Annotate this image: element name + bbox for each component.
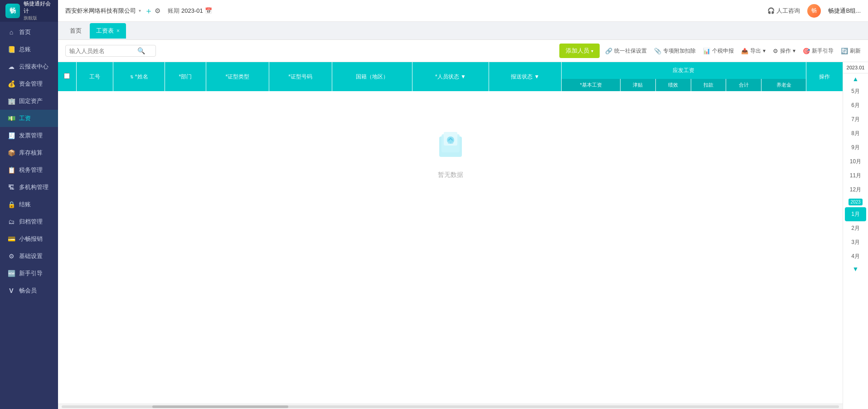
sidebar-item-member[interactable]: V 畅会员	[0, 282, 58, 299]
month-item-11[interactable]: 11月	[843, 169, 868, 183]
main-content: 西安虾米网络科技有限公司 ▾ ＋ ⚙ 账期 2023-01 📅 🎧 人工咨询 畅…	[58, 0, 868, 409]
filter-icon2[interactable]: ▼	[534, 73, 539, 80]
th-emp-no: 工号	[76, 62, 113, 91]
sidebar-item-salary[interactable]: 💵 工资	[0, 110, 58, 127]
guide-toolbar-label: 新手引导	[812, 47, 834, 55]
tab-close-icon[interactable]: ×	[116, 28, 120, 34]
search-input[interactable]	[69, 48, 137, 54]
sidebar-item-ledger[interactable]: 📒 总账	[0, 41, 58, 58]
tab-home[interactable]: 首页	[63, 23, 88, 39]
month-item-10[interactable]: 10月	[843, 155, 868, 169]
sidebar-item-expense[interactable]: 💳 小畅报销	[0, 230, 58, 248]
company-settings-button[interactable]: ⚙	[155, 7, 160, 15]
headset-icon: 🎧	[767, 7, 775, 14]
sidebar-item-assets[interactable]: 🏢 固定资产	[0, 93, 58, 110]
month-item-9[interactable]: 9月	[843, 141, 868, 155]
sidebar-item-archive[interactable]: 🗂 归档管理	[0, 213, 58, 230]
tax-report-button[interactable]: 📊 个税申报	[703, 47, 734, 55]
checkbox-col-header	[58, 62, 76, 91]
th-salary-group: 应发工资	[562, 62, 806, 79]
sidebar-item-guide[interactable]: 🆕 新手引导	[0, 265, 58, 282]
company-dropdown-icon: ▾	[139, 8, 141, 13]
user-name[interactable]: 畅捷通B组...	[828, 7, 861, 15]
topbar: 西安虾米网络科技有限公司 ▾ ＋ ⚙ 账期 2023-01 📅 🎧 人工咨询 畅…	[58, 0, 868, 22]
sidebar-item-home[interactable]: ⌂ 首页	[0, 24, 58, 41]
filter-icon[interactable]: ▼	[461, 73, 466, 80]
operate-icon: ⚙	[773, 48, 778, 54]
month-item-4[interactable]: 4月	[843, 249, 868, 263]
th-deduct: 扣款	[691, 79, 726, 91]
salary-table: 工号 ⇅ *姓名 *部门 *证型类型 *证型号码 国籍（地区） *人员状态 ▼	[58, 62, 843, 215]
sidebar-item-close[interactable]: 🔒 结账	[0, 196, 58, 213]
empty-state: 暂无数据	[58, 91, 843, 215]
company-name: 西安虾米网络科技有限公司	[65, 7, 136, 15]
user-avatar[interactable]: 畅	[807, 4, 821, 18]
guide-toolbar-button[interactable]: 🎯 新手引导	[803, 47, 834, 55]
sidebar-item-settings[interactable]: ⚙ 基础设置	[0, 248, 58, 265]
month-item-2[interactable]: 2月	[843, 221, 868, 235]
expense-icon: 💳	[7, 235, 15, 243]
month-item-3[interactable]: 3月	[843, 235, 868, 249]
operate-button[interactable]: ⚙ 操作 ▾	[773, 47, 795, 55]
refresh-icon: 🔄	[841, 48, 848, 54]
sidebar-item-multi-org[interactable]: 🏗 多机构管理	[0, 179, 58, 196]
salary-icon: 💵	[7, 114, 15, 122]
help-button[interactable]: 🎧 人工咨询	[767, 7, 800, 15]
special-deduct-label: 专项附加扣除	[663, 47, 696, 55]
archive-icon: 🗂	[7, 218, 15, 226]
cloud-icon: ☁	[7, 63, 15, 71]
tab-salary-table[interactable]: 工资表 ×	[90, 23, 126, 39]
th-allowance: 津贴	[621, 79, 656, 91]
add-company-button[interactable]: ＋	[145, 5, 153, 16]
sidebar-item-label: 总账	[19, 45, 31, 54]
social-security-icon: 🔗	[605, 48, 612, 54]
month-item-6[interactable]: 6月	[843, 98, 868, 112]
sidebar-item-label: 小畅报销	[19, 235, 43, 243]
social-security-button[interactable]: 🔗 统一社保设置	[605, 47, 647, 55]
month-item-8[interactable]: 8月	[843, 127, 868, 141]
sidebar-item-label: 新手引导	[19, 269, 43, 278]
month-item-1[interactable]: 1月	[845, 207, 866, 221]
company-selector[interactable]: 西安虾米网络科技有限公司 ▾	[65, 7, 141, 15]
tabbar: 首页 工资表 ×	[58, 22, 868, 40]
logo: 畅 畅捷通好会计 旗舰版	[0, 0, 58, 22]
add-person-chevron-icon: ▾	[591, 49, 593, 54]
empty-icon	[432, 127, 469, 164]
export-label: 导出	[750, 47, 761, 55]
sidebar-item-invoice[interactable]: 🧾 发票管理	[0, 127, 58, 144]
sort-icon: ⇅	[130, 75, 134, 79]
toolbar: 🔍 添加人员 ▾ 🔗 统一社保设置 📎 专项附加扣除 📊 个税申报 📤 导出 ▾	[58, 40, 868, 62]
calendar-icon[interactable]: 📅	[205, 7, 212, 14]
sidebar-item-tax[interactable]: 📋 税务管理	[0, 161, 58, 179]
sidebar-item-label: 多机构管理	[19, 183, 48, 191]
sidebar-nav: ⌂ 首页 📒 总账 ☁ 云报表中心 💰 资金管理 🏢 固定资产 💵 工资 🧾 发…	[0, 22, 58, 409]
multi-org-icon: 🏗	[7, 183, 15, 191]
settings-icon: ⚙	[7, 252, 15, 260]
special-deduct-icon: 📎	[654, 48, 661, 54]
th-pension: 养老金	[761, 79, 806, 91]
export-chevron-icon: ▾	[763, 48, 766, 54]
sidebar-item-inventory[interactable]: 📦 库存核算	[0, 144, 58, 161]
month-panel-up-arrow[interactable]: ▲	[843, 73, 868, 84]
sidebar-item-label: 税务管理	[19, 166, 43, 174]
year-badge: 2023	[849, 199, 862, 205]
export-button[interactable]: 📤 导出 ▾	[741, 47, 766, 55]
month-item-7[interactable]: 7月	[843, 112, 868, 127]
month-panel-down-arrow[interactable]: ▼	[843, 263, 868, 274]
th-id-no: *证型号码	[269, 62, 332, 91]
refresh-button[interactable]: 🔄 刷新	[841, 47, 861, 55]
select-all-checkbox[interactable]	[64, 73, 70, 79]
add-person-button[interactable]: 添加人员 ▾	[559, 44, 600, 58]
table-scrollbar[interactable]	[58, 404, 843, 409]
sidebar-item-label: 结账	[19, 200, 31, 209]
guide-toolbar-icon: 🎯	[803, 48, 810, 54]
search-icon[interactable]: 🔍	[137, 47, 145, 54]
operate-chevron-icon: ▾	[793, 48, 795, 54]
month-item-5[interactable]: 5月	[843, 84, 868, 98]
sidebar-item-funds[interactable]: 💰 资金管理	[0, 75, 58, 93]
month-item-12[interactable]: 12月	[843, 183, 868, 197]
sidebar-item-cloud-report[interactable]: ☁ 云报表中心	[0, 58, 58, 75]
th-name: ⇅ *姓名	[113, 62, 165, 91]
sidebar-item-label: 首页	[19, 28, 31, 36]
special-deduct-button[interactable]: 📎 专项附加扣除	[654, 47, 696, 55]
